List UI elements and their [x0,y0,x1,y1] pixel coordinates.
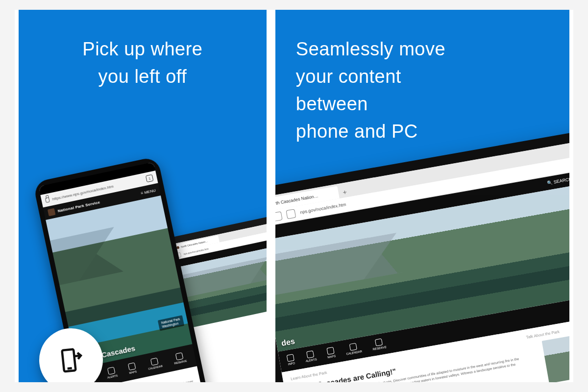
left-headline: Pick up where you left off [19,35,267,90]
left-headline-l1: Pick up where [82,39,202,59]
promo-stage: Pick up where you left off North Cascade… [15,10,573,382]
continue-on-pc-icon [55,344,87,376]
lock-icon [45,197,50,203]
nav-info[interactable]: INFO [287,354,295,366]
nav-maps[interactable]: MAPS [326,347,336,359]
nav-calendar[interactable]: CALENDAR [344,343,362,356]
left-panel: Pick up where you left off North Cascade… [19,10,267,382]
svg-line-1 [68,368,72,368]
nav-alerts[interactable]: ALERTS [105,367,118,379]
right-panel: Seamlessly move your content between pho… [275,10,569,382]
site-menu-button[interactable]: ≡ MENU [141,188,156,196]
right-headline: Seamlessly move your content between pho… [275,35,569,145]
phone-tab-count[interactable]: 1 [146,174,154,183]
nav-alerts[interactable]: ALERTS [304,350,317,363]
nav-maps[interactable]: MAPS [127,362,137,374]
nav-reserve[interactable]: RESERVE [371,338,387,351]
left-headline-l2: you left off [98,66,187,87]
nav-calendar[interactable]: CALENDAR [147,357,163,370]
nav-reserve[interactable]: RESERVE [172,352,187,365]
right-headline-l4: phone and PC [296,121,418,142]
right-headline-l1: Seamlessly move [296,39,445,59]
right-headline-l2: your content [296,66,401,87]
forward-icon[interactable] [275,211,283,221]
tablet-camera-icon [411,156,435,165]
tablet-device: North Cascades Nation… + nps.gov/noca/in… [275,126,569,382]
phone-hero-tag: National ParkWashington [158,315,184,331]
refresh-icon[interactable] [286,209,296,219]
right-headline-l3: between [296,94,368,114]
nps-logo-icon [48,208,56,217]
site-search-button[interactable]: 🔍 SEARCH [547,177,569,186]
